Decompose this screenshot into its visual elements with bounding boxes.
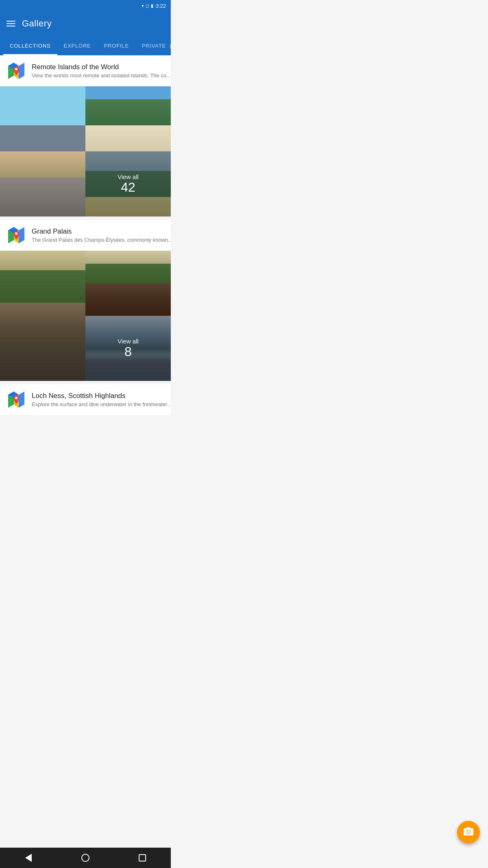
- image-grid-grand-palais[interactable]: View all 8: [0, 251, 171, 381]
- image-right-column-palais: View all 8: [85, 251, 171, 381]
- maps-logo-remote-islands: [7, 61, 26, 81]
- collection-header-grand-palais: Grand Palais The Grand Palais des Champs…: [0, 220, 171, 251]
- maps-logo-loch-ness: [7, 390, 26, 409]
- status-bar: ▾ ◻ ▮ 3:22: [0, 0, 171, 11]
- image-grid-remote-islands[interactable]: View all 42: [0, 86, 171, 216]
- signal-icon: ◻: [146, 3, 149, 9]
- image-island-top[interactable]: [85, 86, 171, 151]
- tab-navigation: COLLECTIONS EXPLORE PROFILE PRIVATE 🔒: [0, 36, 171, 55]
- collection-header: Remote Islands of the World View the wor…: [0, 55, 171, 86]
- status-time: 3:22: [156, 3, 166, 9]
- image-palais-main[interactable]: [0, 251, 85, 381]
- collection-desc-loch-ness: Explore the surface and dive underwater …: [32, 401, 171, 407]
- view-all-count-remote: 42: [121, 180, 135, 195]
- tab-collections[interactable]: COLLECTIONS: [3, 36, 57, 55]
- view-all-overlay-remote: View all 42: [85, 151, 171, 216]
- collection-title-grand-palais: Grand Palais: [32, 227, 171, 236]
- collection-card-remote-islands[interactable]: Remote Islands of the World View the wor…: [0, 55, 171, 216]
- image-view-all-palais[interactable]: View all 8: [85, 316, 171, 381]
- collection-info-loch-ness: Loch Ness, Scottish Highlands Explore th…: [32, 392, 171, 407]
- battery-icon: ▮: [151, 3, 153, 9]
- svg-point-19: [15, 397, 17, 399]
- collection-desc-remote-islands: View the worlds most remote and isolated…: [32, 72, 171, 79]
- image-right-column: View all 42: [85, 86, 171, 216]
- maps-logo-grand-palais: [7, 225, 26, 245]
- menu-button[interactable]: [7, 21, 15, 26]
- wifi-icon: ▾: [142, 3, 144, 9]
- view-all-label-remote: View all: [118, 173, 138, 180]
- collection-card-grand-palais[interactable]: Grand Palais The Grand Palais des Champs…: [0, 220, 171, 381]
- status-icons: ▾ ◻ ▮: [142, 3, 153, 9]
- app-header: Gallery: [0, 11, 171, 36]
- collection-desc-grand-palais: The Grand Palais des Champs-Élysées, com…: [32, 237, 171, 243]
- tab-private[interactable]: PRIVATE 🔒: [135, 36, 171, 55]
- lock-icon: 🔒: [168, 42, 171, 49]
- view-all-count-palais: 8: [124, 345, 132, 359]
- view-all-overlay-palais: View all 8: [85, 316, 171, 381]
- loch-ness-header: Loch Ness, Scottish Highlands Explore th…: [0, 384, 171, 415]
- app-title: Gallery: [22, 18, 52, 29]
- tab-explore[interactable]: EXPLORE: [57, 36, 98, 55]
- svg-point-7: [15, 68, 17, 70]
- collection-card-loch-ness[interactable]: Loch Ness, Scottish Highlands Explore th…: [0, 384, 171, 415]
- collection-title-remote-islands: Remote Islands of the World: [32, 63, 171, 71]
- tab-profile[interactable]: PROFILE: [98, 36, 135, 55]
- collection-info-remote-islands: Remote Islands of the World View the wor…: [32, 63, 171, 79]
- main-content: Remote Islands of the World View the wor…: [0, 55, 171, 415]
- image-view-all-remote[interactable]: View all 42: [85, 151, 171, 216]
- image-palais-top[interactable]: [85, 251, 171, 316]
- svg-point-13: [15, 232, 17, 235]
- view-all-label-palais: View all: [118, 338, 138, 345]
- collection-info-grand-palais: Grand Palais The Grand Palais des Champs…: [32, 227, 171, 243]
- image-beach-main[interactable]: [0, 86, 85, 216]
- collection-title-loch-ness: Loch Ness, Scottish Highlands: [32, 392, 171, 400]
